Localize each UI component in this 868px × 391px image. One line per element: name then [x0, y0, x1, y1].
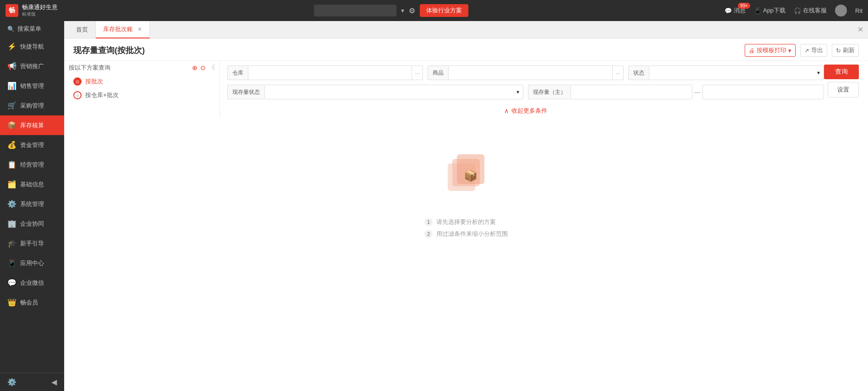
scheme-warehouse-batch-label: 按仓库+批次	[85, 91, 119, 99]
top-nav-left: 畅 畅康通好生意 标准版	[5, 4, 58, 17]
messages-nav-item[interactable]: 💬 消息 99+	[725, 6, 746, 15]
filter-sidebar-title: 按以下方案查询	[69, 64, 110, 72]
product-more-icon[interactable]: ···	[613, 65, 624, 80]
scheme-item-batch[interactable]: ⊙ 按批次	[69, 75, 215, 88]
marketing-icon: 📢	[7, 62, 16, 71]
top-nav-center: ▾ ⚙ 体验行业方案	[314, 4, 468, 17]
sidebar-item-wechat[interactable]: 💬 企业微信	[0, 273, 64, 293]
sidebar-wechat-label: 企业微信	[20, 279, 44, 287]
status-filter-select[interactable]: ▾	[649, 65, 824, 80]
tab-bar: 首页 库存批次账 ✕ ✕	[64, 21, 868, 38]
app-name-block: 畅康通好生意 标准版	[22, 4, 58, 17]
enterprise-icon: 🏢	[7, 219, 16, 228]
filter-row-1: 仓库 ··· 商品 ··· 状态	[227, 65, 824, 80]
status-dropdown-icon: ▾	[817, 70, 820, 76]
filter-group-stock-status: 现存量状态 ▾	[227, 85, 523, 99]
quick-nav-icon: ⚡	[7, 42, 16, 51]
sidebar-item-marketing[interactable]: 📢 营销推广	[0, 56, 64, 76]
tab-close-all-icon[interactable]: ✕	[857, 25, 863, 34]
sidebar-item-quick-nav[interactable]: ⚡ 快捷导航	[0, 37, 64, 56]
sidebar-item-search[interactable]: 🔍 搜索菜单	[0, 21, 64, 37]
stock-status-filter-select[interactable]: ▾	[264, 85, 523, 99]
scheme-item-warehouse-batch[interactable]: ○ 按仓库+批次	[69, 88, 215, 102]
sidebar-item-purchase[interactable]: 🛒 采购管理	[0, 96, 64, 115]
nav-dropdown-icon[interactable]: ▾	[401, 7, 404, 14]
export-button[interactable]: ↗ 导出	[800, 44, 827, 57]
app-edition: 标准版	[22, 11, 58, 17]
stock-qty-dash: —	[692, 89, 702, 96]
sidebar-item-member[interactable]: 👑 畅会员	[0, 293, 64, 312]
sidebar-item-newbie[interactable]: 🎓 新手引导	[0, 234, 64, 253]
sidebar-search-label: 搜索菜单	[17, 25, 41, 33]
sidebar-item-system[interactable]: ⚙️ 系统管理	[0, 194, 64, 214]
member-icon: 👑	[7, 298, 16, 307]
sidebar-item-inventory[interactable]: 📦 库存核算	[0, 115, 64, 135]
empty-state: 📦 1 请先选择要分析的方案 2 用过滤条件来缩小分析范围	[64, 118, 868, 266]
tab-inventory-batch[interactable]: 库存批次账 ✕	[96, 21, 150, 38]
sidebar-member-label: 畅会员	[20, 299, 38, 307]
print-template-button[interactable]: 🖨 按模板打印 ▾	[745, 44, 796, 57]
sidebar-item-sales[interactable]: 📊 销售管理	[0, 76, 64, 96]
filter-sidebar: 按以下方案查询 ⊕ ⊙ 《 ⊙ 按批次 ○ 按仓库+批次	[64, 61, 220, 118]
basic-icon: 🗂️	[7, 180, 16, 189]
sidebar-collapse-icon[interactable]: ◀	[51, 378, 57, 386]
filter-sidebar-header: 按以下方案查询 ⊕ ⊙ 《	[69, 61, 215, 75]
top-nav-right: 💬 消息 99+ 📱 App下载 🎧 在线客服 Rit	[725, 5, 863, 16]
collapse-row[interactable]: ∧ 收起更多条件	[227, 104, 824, 118]
app-logo: 畅	[5, 4, 18, 17]
page-content: 现存量查询(按批次) 🖨 按模板打印 ▾ ↗ 导出 ↻ 刷新	[64, 38, 868, 391]
sidebar-quick-nav-label: 快捷导航	[20, 43, 44, 51]
sidebar-item-enterprise[interactable]: 🏢 企业协同	[0, 214, 64, 234]
message-icon: 💬	[725, 7, 732, 14]
warehouse-more-icon[interactable]: ···	[412, 65, 423, 80]
export-btn-label: 导出	[811, 46, 823, 54]
refresh-button[interactable]: ↻ 刷新	[832, 44, 859, 57]
main-layout: 🔍 搜索菜单 ⚡ 快捷导航 📢 营销推广 📊 销售管理 🛒 采购管理 📦 库存核…	[0, 21, 868, 391]
product-filter-input[interactable]	[448, 65, 612, 80]
scheme-settings-icon[interactable]: ⊙	[200, 64, 206, 71]
stock-qty-filter-label: 现存量（主）	[528, 85, 571, 99]
user-avatar[interactable]	[835, 5, 847, 16]
tab-close-icon[interactable]: ✕	[137, 26, 142, 33]
finance-icon: 💰	[7, 141, 16, 149]
sidebar-item-finance[interactable]: 💰 资金管理	[0, 135, 64, 155]
stock-status-filter-label: 现存量状态	[227, 85, 264, 99]
sidebar-item-appstore[interactable]: 📱 应用中心	[0, 253, 64, 273]
refresh-btn-label: 刷新	[843, 46, 855, 54]
filter-rows-and-actions: 仓库 ··· 商品 ··· 状态	[220, 61, 868, 118]
try-solution-button[interactable]: 体验行业方案	[420, 4, 468, 17]
hint-num-1: 1	[424, 218, 433, 226]
empty-hint-1-text: 请先选择要分析的方案	[436, 218, 496, 226]
page-title: 现存量查询(按批次)	[73, 45, 145, 56]
filter-actions-col: 查询 设置	[824, 61, 868, 118]
online-service-nav-item[interactable]: 🎧 在线客服	[794, 6, 827, 15]
sidebar-bottom-settings-icon[interactable]: ⚙️	[7, 378, 16, 386]
scheme-batch-icon: ⊙	[73, 77, 82, 86]
query-button[interactable]: 查询	[824, 65, 859, 79]
stock-status-dropdown-icon: ▾	[516, 89, 519, 95]
add-scheme-icon[interactable]: ⊕	[192, 64, 198, 71]
appstore-icon: 📱	[7, 259, 16, 267]
stock-qty-min-input[interactable]	[571, 85, 692, 99]
page-header: 现存量查询(按批次) 🖨 按模板打印 ▾ ↗ 导出 ↻ 刷新	[64, 38, 868, 61]
sidebar-finance-label: 资金管理	[20, 141, 44, 149]
settings-button[interactable]: 设置	[828, 82, 859, 98]
tab-home[interactable]: 首页	[69, 21, 96, 38]
nav-settings-icon[interactable]: ⚙	[409, 6, 415, 15]
empty-hint-2: 2 用过滤条件来缩小分析范围	[424, 230, 508, 238]
filter-row-2: 现存量状态 ▾ 现存量（主） —	[227, 85, 824, 99]
sidebar-item-operation[interactable]: 📋 经营管理	[0, 155, 64, 174]
sidebar-item-basic[interactable]: 🗂️ 基础信息	[0, 174, 64, 194]
stock-qty-max-input[interactable]	[702, 85, 824, 99]
product-filter-label: 商品	[428, 65, 448, 80]
filter-group-status: 状态 ▾	[628, 65, 824, 80]
app-download-nav-item[interactable]: 📱 App下载	[754, 6, 786, 15]
sidebar-operation-label: 经营管理	[20, 161, 44, 169]
global-search-input[interactable]	[314, 5, 396, 16]
empty-state-icon: 📦	[439, 145, 494, 209]
empty-hints: 1 请先选择要分析的方案 2 用过滤条件来缩小分析范围	[424, 218, 508, 238]
warehouse-filter-input[interactable]	[248, 65, 412, 80]
collapse-sidebar-icon[interactable]: 《	[209, 64, 215, 72]
print-dropdown-icon: ▾	[788, 47, 791, 54]
filter-group-warehouse: 仓库 ···	[227, 65, 423, 80]
